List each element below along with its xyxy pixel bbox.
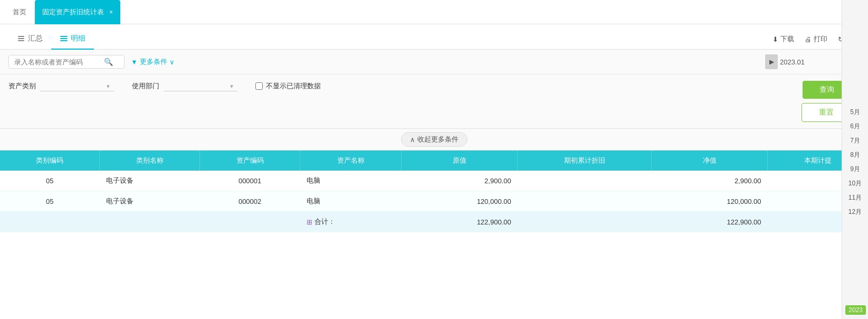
print-icon: 🖨	[805, 35, 812, 43]
asset-category-label: 资产类别	[8, 81, 36, 91]
print-label: 打印	[814, 34, 827, 44]
download-icon: ⬇	[772, 35, 778, 43]
search-input[interactable]	[14, 58, 104, 66]
year-badge: 2023	[845, 305, 866, 315]
filter-icon: ▼	[131, 58, 138, 66]
main-content: 汇总 明细 ⬇ 下载 🖨 打印 ↻ 刷新	[0, 24, 868, 319]
summary-tab-label: 汇总	[28, 34, 43, 43]
collapse-label: 收起更多条件	[417, 135, 459, 144]
list-icon	[60, 34, 68, 43]
home-nav[interactable]: 首页	[8, 7, 31, 17]
total-acc-depreciation	[518, 212, 652, 232]
data-table-wrap: 类别编码 类别名称 资产编码 资产名称 原值 期初累计折旧 净值 本期计提 05…	[0, 151, 868, 319]
month-6[interactable]: 6月	[842, 120, 868, 133]
table-row: 05 电子设备 000001 电脑 2,900.00 2,900.00	[0, 171, 868, 191]
date-display: 2023.01	[780, 58, 805, 66]
table-header-row: 类别编码 类别名称 资产编码 资产名称 原值 期初累计折旧 净值 本期计提	[0, 151, 868, 171]
download-label: 下载	[780, 34, 794, 44]
cell-category-name-1: 电子设备	[100, 171, 200, 191]
col-category-name: 类别名称	[100, 151, 200, 171]
detail-tab-label: 明细	[71, 34, 85, 43]
side-month-nav: 5月 6月 7月 8月 9月 10月 11月 12月	[842, 0, 868, 319]
cell-category-code-2: 05	[0, 191, 100, 212]
chevron-up-icon: ∧	[410, 136, 415, 144]
top-nav: 首页 固定资产折旧统计表 × ×	[0, 0, 868, 24]
department-label: 使用部门	[132, 81, 159, 91]
month-9[interactable]: 9月	[842, 163, 868, 176]
total-label-cell: ⊞ 合计：	[300, 212, 402, 232]
tab-label: 固定资产折旧统计表	[42, 7, 104, 17]
hide-cleaned-filter: 不显示已清理数据	[255, 81, 321, 91]
total-text: 合计：	[314, 217, 335, 227]
search-input-wrap: 🔍	[8, 55, 125, 69]
hide-cleaned-label: 不显示已清理数据	[266, 81, 321, 91]
department-select[interactable]	[164, 81, 237, 91]
cell-category-code-1: 05	[0, 171, 100, 191]
cell-original-value-1: 2,900.00	[402, 171, 518, 191]
chevron-down-icon: ∨	[169, 58, 175, 66]
cell-acc-depreciation-1	[518, 171, 652, 191]
data-table: 类别编码 类别名称 资产编码 资产名称 原值 期初累计折旧 净值 本期计提 05…	[0, 151, 868, 232]
cell-asset-name-2: 电脑	[300, 191, 402, 212]
more-filter-label: 更多条件	[140, 57, 167, 67]
col-original-value: 原值	[402, 151, 518, 171]
download-button[interactable]: ⬇ 下载	[772, 34, 794, 44]
collapse-bar: ∧ 收起更多条件	[0, 129, 868, 151]
nav-arrow-right[interactable]: ▶	[765, 54, 778, 69]
total-original-value: 122,900.00	[402, 212, 518, 232]
layers-icon	[17, 34, 25, 43]
col-acc-depreciation: 期初累计折旧	[518, 151, 652, 171]
table-row: 05 电子设备 000002 电脑 120,000.00 120,000.00	[0, 191, 868, 212]
col-asset-code: 资产编码	[200, 151, 300, 171]
department-filter: 使用部门 ▼	[132, 81, 234, 91]
tab-detail[interactable]: 明细	[51, 29, 94, 50]
cell-asset-code-1: 000001	[200, 171, 300, 191]
cell-net-value-1: 2,900.00	[652, 171, 768, 191]
col-category-code: 类别编码	[0, 151, 100, 171]
print-button[interactable]: 🖨 打印	[805, 34, 827, 44]
month-5[interactable]: 5月	[842, 106, 868, 119]
cell-net-value-2: 120,000.00	[652, 191, 768, 212]
month-8[interactable]: 8月	[842, 148, 868, 162]
cell-category-name-2: 电子设备	[100, 191, 200, 212]
search-bar: 🔍 ▼ 更多条件 ∨ ▶ 2023.01	[0, 50, 868, 74]
close-tab-icon[interactable]: ×	[109, 8, 113, 16]
cell-acc-depreciation-2	[518, 191, 652, 212]
asset-category-select[interactable]	[40, 81, 114, 91]
svg-rect-2	[18, 36, 24, 37]
more-filter-button[interactable]: ▼ 更多条件 ∨	[131, 57, 175, 67]
svg-rect-3	[60, 36, 68, 37]
cell-original-value-2: 120,000.00	[402, 191, 518, 212]
month-7[interactable]: 7月	[842, 134, 868, 147]
total-label-wrap: ⊞ 合计：	[307, 217, 395, 227]
cell-asset-name-1: 电脑	[300, 171, 402, 191]
month-11[interactable]: 11月	[842, 191, 868, 204]
svg-rect-4	[60, 38, 68, 39]
sub-tabs: 汇总 明细 ⬇ 下载 🖨 打印 ↻ 刷新	[0, 24, 868, 50]
cell-asset-code-2: 000002	[200, 191, 300, 212]
main-tab[interactable]: 固定资产折旧统计表 ×	[35, 0, 120, 24]
tab-summary[interactable]: 汇总	[8, 29, 51, 50]
total-icon-cell	[0, 212, 300, 232]
total-net-value: 122,900.00	[652, 212, 768, 232]
month-12[interactable]: 12月	[842, 205, 868, 219]
month-10[interactable]: 10月	[842, 177, 868, 190]
col-net-value: 净值	[652, 151, 768, 171]
filter-row-1: 资产类别 ▼ 使用部门	[8, 81, 793, 91]
hide-cleaned-checkbox[interactable]	[255, 82, 263, 90]
svg-rect-0	[18, 40, 24, 41]
total-icon: ⊞	[307, 218, 312, 226]
collapse-button[interactable]: ∧ 收起更多条件	[401, 132, 468, 147]
col-asset-name: 资产名称	[300, 151, 402, 171]
filter-area: 资产类别 ▼ 使用部门	[0, 74, 868, 129]
svg-rect-5	[60, 40, 68, 41]
total-row: ⊞ 合计： 122,900.00 122,900.00	[0, 212, 868, 232]
search-icon[interactable]: 🔍	[104, 58, 113, 66]
svg-rect-1	[18, 38, 24, 39]
asset-category-filter: 资产类别 ▼	[8, 81, 111, 91]
